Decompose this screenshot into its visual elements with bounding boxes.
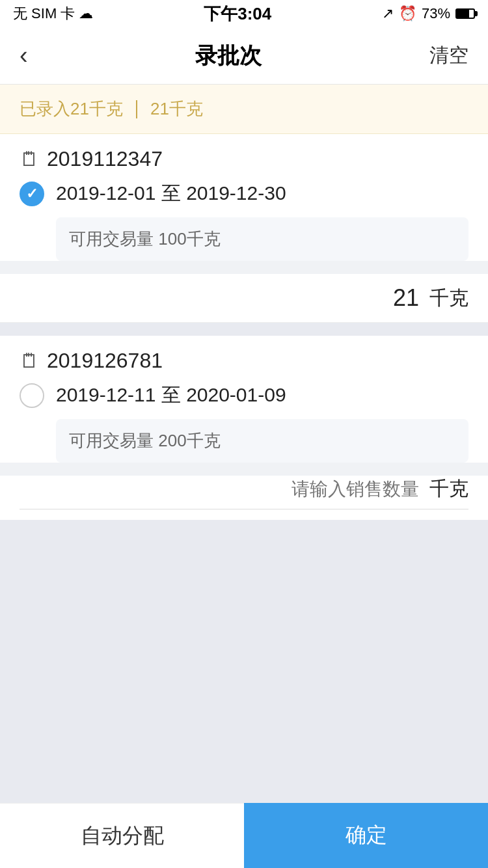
section-separator: [0, 323, 488, 336]
nav-bar: ‹ 录批次 清空: [0, 27, 488, 85]
batch-1-radio[interactable]: [20, 182, 44, 206]
confirm-button[interactable]: 确定: [244, 803, 488, 868]
clear-button[interactable]: 清空: [429, 42, 468, 69]
batch-1-available: 可用交易量 100千克: [69, 229, 221, 249]
batch-2-number: 2019126781: [47, 349, 163, 373]
bottom-bar: 自动分配 确定: [0, 803, 488, 868]
batch-2-date: 2019-12-11 至 2020-01-09: [56, 382, 286, 409]
batch-1-info-box: 可用交易量 100千克: [56, 217, 468, 261]
batch-2-input-area: 千克: [0, 476, 488, 520]
status-bar-left: 无 SIM 卡 ☁: [13, 4, 93, 23]
status-bar: 无 SIM 卡 ☁ 下午3:04 ↗ ⏰ 73%: [0, 0, 488, 27]
total-amount: 21千克: [150, 98, 203, 120]
batch-2-input-row: 千克: [20, 476, 468, 509]
batch-2-date-row: 2019-12-11 至 2020-01-09: [20, 382, 468, 409]
location-icon: ↗: [382, 5, 394, 22]
sim-label: 无 SIM 卡 ☁: [13, 4, 93, 23]
batch-2-info-box: 可用交易量 200千克: [56, 419, 468, 463]
batch-item-1: 🗒 2019112347 2019-12-01 至 2019-12-30 可用交…: [0, 134, 488, 261]
clock-icon: ⏰: [399, 5, 416, 22]
batch-doc-icon-1: 🗒: [20, 148, 39, 170]
empty-area: [0, 520, 488, 806]
info-bar: 已录入21千克 21千克: [0, 85, 488, 134]
batch-item-2: 🗒 2019126781 2019-12-11 至 2020-01-09 可用交…: [0, 336, 488, 463]
back-button[interactable]: ‹: [20, 42, 28, 70]
batch-2-header: 🗒 2019126781: [20, 349, 468, 373]
info-divider: [136, 100, 137, 118]
batch-2-quantity-input[interactable]: [20, 479, 419, 500]
batch-1-date-row: 2019-12-01 至 2019-12-30: [20, 180, 468, 207]
status-bar-time: 下午3:04: [204, 3, 271, 25]
batch-doc-icon-2: 🗒: [20, 350, 39, 372]
batch-1-date: 2019-12-01 至 2019-12-30: [56, 180, 286, 207]
batch-1-quantity-row: 21 千克: [0, 274, 488, 323]
batch-1-number: 2019112347: [47, 147, 163, 171]
batch-2-available: 可用交易量 200千克: [69, 431, 221, 450]
recorded-amount: 已录入21千克: [20, 98, 123, 120]
batch-1-quantity-value: 21: [393, 284, 419, 312]
battery-icon: [455, 8, 475, 19]
batch-1-unit: 千克: [429, 285, 468, 312]
batch-1-header: 🗒 2019112347: [20, 147, 468, 171]
battery-label: 73%: [422, 5, 450, 22]
page-title: 录批次: [195, 41, 262, 71]
batch-2-unit: 千克: [429, 476, 468, 502]
auto-distribute-button[interactable]: 自动分配: [0, 803, 244, 868]
batch-2-radio[interactable]: [20, 383, 44, 408]
status-bar-right: ↗ ⏰ 73%: [382, 5, 475, 22]
